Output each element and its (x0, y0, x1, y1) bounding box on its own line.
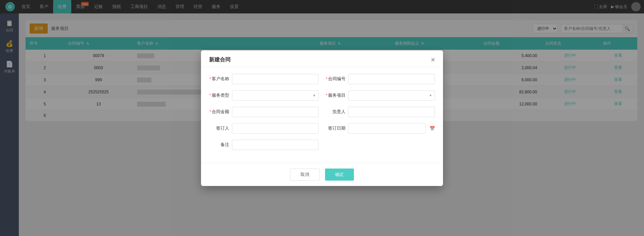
modal-footer: 取消 确定 (201, 163, 443, 186)
service-type-select-wrap: ▼ (232, 90, 319, 101)
form-group-customer-name: *客户名称 (209, 74, 319, 84)
contract-amount-input[interactable]: 0.00 (232, 107, 319, 117)
form-row-1: *客户名称 *合同编号 (209, 74, 435, 84)
confirm-button[interactable]: 确定 (325, 169, 354, 181)
notes-label: 备注 (209, 142, 229, 148)
service-type-label: *服务类型 (209, 92, 229, 98)
form-group-amount: *合同金额 0.00 (209, 107, 319, 117)
modal-header: 新建合同 ✕ (201, 50, 443, 67)
required-star-5: * (209, 109, 211, 114)
cancel-button[interactable]: 取消 (290, 169, 320, 181)
service-type-select[interactable] (232, 90, 319, 101)
required-star-2: * (326, 76, 327, 81)
contract-no-label: *合同编号 (325, 76, 346, 82)
required-star-4: * (326, 93, 327, 98)
notes-input[interactable] (232, 140, 319, 150)
customer-name-input[interactable] (232, 74, 319, 84)
service-item-select[interactable] (348, 90, 435, 101)
form-row-5: 备注 (209, 140, 435, 150)
customer-name-label: *客户名称 (209, 76, 229, 82)
form-group-service-type: *服务类型 ▼ (209, 90, 319, 101)
signer-input[interactable] (232, 123, 319, 134)
service-item-select-wrap: ▼ (348, 90, 435, 101)
form-group-sign-date: 签订日期 2023-06-06 📅 (325, 123, 435, 134)
form-row-3: *合同金额 0.00 负责人 (209, 107, 435, 117)
person-in-charge-label: 负责人 (325, 109, 346, 115)
modal-body: *客户名称 *合同编号 *服务类型 (201, 67, 443, 163)
signer-label: 签订人 (209, 125, 229, 131)
modal-close-button[interactable]: ✕ (431, 57, 435, 63)
form-group-signer: 签订人 (209, 123, 319, 134)
amount-label: *合同金额 (209, 109, 229, 115)
contract-no-input[interactable] (348, 74, 435, 84)
sign-date-label: 签订日期 (325, 125, 346, 131)
form-group-person-in-charge: 负责人 (325, 107, 435, 117)
form-row-2: *服务类型 ▼ *服务项目 ▼ (209, 90, 435, 101)
form-group-service-item: *服务项目 ▼ (325, 90, 435, 101)
modal-title: 新建合同 (209, 56, 231, 63)
form-group-contract-no: *合同编号 (325, 74, 435, 84)
required-star-3: * (209, 93, 211, 98)
service-item-label: *服务项目 (325, 92, 346, 98)
form-row-4: 签订人 签订日期 2023-06-06 📅 (209, 123, 435, 134)
new-contract-modal: 新建合同 ✕ *客户名称 *合同编号 (201, 50, 443, 186)
form-group-notes: 备注 (209, 140, 319, 150)
sign-date-input[interactable]: 2023-06-06 (348, 123, 426, 134)
required-star: * (209, 76, 211, 81)
calendar-icon[interactable]: 📅 (430, 126, 435, 131)
modal-overlay[interactable]: 新建合同 ✕ *客户名称 *合同编号 (0, 0, 644, 236)
person-in-charge-input[interactable] (348, 107, 435, 117)
